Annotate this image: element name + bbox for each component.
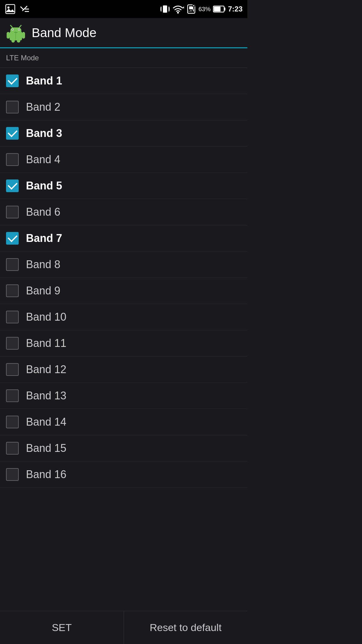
status-bar-left [5,4,30,14]
band-label-9: Band 9 [26,284,60,297]
band-list: Band 1Band 2Band 3Band 4Band 5Band 6Band… [0,68,247,488]
lte-mode-label: LTE Mode [6,54,39,62]
band-label-3: Band 3 [26,127,62,140]
band-label-7: Band 7 [26,232,62,245]
band-label-12: Band 12 [26,363,66,376]
svg-rect-33 [11,40,15,43]
svg-point-28 [19,29,20,30]
band-label-15: Band 15 [26,442,66,455]
band-checkbox-3[interactable] [6,127,19,140]
svg-rect-22 [214,7,221,11]
band-item-3[interactable]: Band 3 [0,120,247,147]
band-label-14: Band 14 [26,416,66,428]
band-label-11: Band 11 [26,337,66,350]
bottom-bar: SET Reset to default [0,611,247,644]
svg-marker-2 [6,9,15,12]
svg-point-10 [177,12,179,14]
band-checkbox-1[interactable] [6,75,19,87]
band-label-6: Band 6 [26,206,60,218]
svg-rect-5 [163,5,167,13]
svg-point-1 [8,7,10,9]
svg-rect-21 [224,8,225,11]
status-bar-right: 63% 7:23 [160,4,243,14]
band-checkbox-11[interactable] [6,337,19,350]
status-bar: 63% 7:23 [0,0,247,18]
android-logo [6,23,26,43]
band-item-9[interactable]: Band 9 [0,278,247,304]
band-item-14[interactable]: Band 14 [0,409,247,435]
vibrate-icon [160,4,170,14]
band-checkbox-13[interactable] [6,389,19,402]
band-item-15[interactable]: Band 15 [0,435,247,462]
svg-point-27 [12,29,13,30]
band-item-12[interactable]: Band 12 [0,357,247,383]
band-checkbox-7[interactable] [6,232,19,245]
band-item-8[interactable]: Band 8 [0,252,247,278]
band-label-4: Band 4 [26,153,60,166]
battery-icon [213,5,226,13]
band-checkbox-12[interactable] [6,363,19,376]
set-button[interactable]: SET [0,611,124,644]
band-item-16[interactable]: Band 16 [0,462,247,488]
band-label-16: Band 16 [26,468,66,481]
svg-rect-34 [17,40,20,43]
svg-line-30 [19,25,21,27]
band-item-10[interactable]: Band 10 [0,304,247,330]
band-checkbox-4[interactable] [6,153,19,166]
svg-rect-36 [14,32,17,33]
band-item-6[interactable]: Band 6 [0,199,247,225]
band-checkbox-2[interactable] [6,101,19,113]
band-item-1[interactable]: Band 1 [0,68,247,94]
clock: 7:23 [228,5,243,13]
band-item-11[interactable]: Band 11 [0,330,247,357]
band-item-5[interactable]: Band 5 [0,173,247,199]
band-checkbox-6[interactable] [6,206,19,218]
battery-percentage: 63% [198,6,211,13]
band-label-2: Band 2 [26,101,60,113]
band-item-4[interactable]: Band 4 [0,147,247,173]
band-checkbox-16[interactable] [6,468,19,481]
gallery-icon [5,4,16,14]
band-label-10: Band 10 [26,311,66,323]
wifi-icon [172,5,184,14]
band-item-13[interactable]: Band 13 [0,383,247,409]
band-label-8: Band 8 [26,258,60,271]
task-icon [19,4,30,14]
band-checkbox-10[interactable] [6,311,19,323]
band-checkbox-9[interactable] [6,284,19,297]
band-item-7[interactable]: Band 7 [0,225,247,252]
reset-to-default-button[interactable]: Reset to default [124,611,248,644]
svg-rect-31 [7,32,10,39]
band-item-2[interactable]: Band 2 [0,94,247,120]
sim-icon [186,4,196,14]
svg-line-29 [11,25,12,27]
svg-rect-0 [6,5,15,14]
page-title: Band Mode [32,26,97,40]
svg-rect-32 [22,32,25,39]
band-checkbox-14[interactable] [6,416,19,428]
band-checkbox-8[interactable] [6,258,19,271]
band-label-1: Band 1 [26,75,62,87]
svg-marker-11 [183,6,184,9]
section-header-lte: LTE Mode [0,48,247,68]
band-checkbox-5[interactable] [6,179,19,192]
app-header: Band Mode [0,18,247,48]
band-label-13: Band 13 [26,389,66,402]
band-checkbox-15[interactable] [6,442,19,455]
band-label-5: Band 5 [26,179,62,192]
